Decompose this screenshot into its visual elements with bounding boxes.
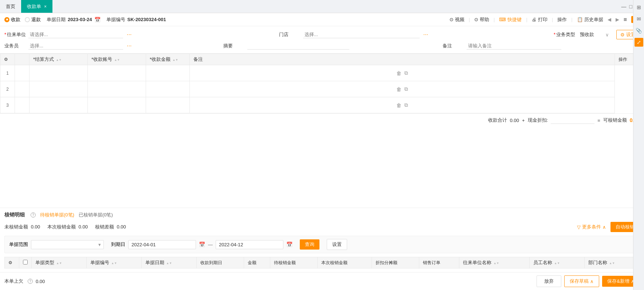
minimize-button[interactable]: — — [621, 4, 627, 9]
form-section: 往来单位 ··· 门店 ··· 业务类型 预收款 ∨ ⚙ 设置 业务员 — [0, 26, 644, 54]
select-all-checkbox[interactable] — [23, 260, 28, 264]
th-settings[interactable]: ⚙ — [0, 54, 15, 65]
staff-input[interactable] — [28, 42, 123, 50]
sort-amount[interactable]: ▲▼ — [172, 58, 178, 62]
store-field: 门店 ··· — [279, 31, 532, 38]
tab-home[interactable]: 首页 — [0, 0, 21, 13]
counterpart-more-btn[interactable]: ··· — [127, 31, 131, 38]
due-date-end-input[interactable] — [216, 240, 283, 249]
date-label: 单据日期 — [47, 16, 66, 23]
due-date-end-cal-icon[interactable]: 📅 — [286, 242, 292, 247]
pending-tab-link[interactable]: 待核销单据(0笔) — [40, 212, 74, 218]
store-input[interactable] — [303, 31, 420, 38]
nav-prev-icon[interactable]: ◀ — [608, 17, 611, 22]
main-content: 收款 退款 单据日期 2023-03-24 📅 单据编号 SK-20230324… — [0, 13, 644, 290]
radio-refund-label: 退款 — [31, 16, 41, 23]
sort-settlement[interactable]: ▲▼ — [56, 58, 62, 62]
date-range-dash: — — [208, 242, 213, 247]
layout-icon[interactable]: ≡ — [624, 16, 627, 23]
row-2-delete-btn[interactable]: 🗑 — [396, 86, 401, 92]
row-3-amount[interactable] — [88, 97, 146, 113]
range-select[interactable] — [31, 240, 104, 249]
top-toolbar: 收款 退款 单据日期 2023-03-24 📅 单据编号 SK-20230324… — [0, 13, 644, 26]
shortcut-btn[interactable]: ⌨ 快捷键 — [499, 16, 522, 23]
row-2-idx: 2 — [0, 81, 15, 97]
date-value[interactable]: 2023-03-24 — [68, 17, 92, 22]
row-3-settlement[interactable] — [15, 97, 30, 113]
discount-input[interactable] — [551, 117, 594, 124]
form-row-1: 往来单位 ··· 门店 ··· 业务类型 预收款 ∨ ⚙ 设置 — [4, 30, 640, 39]
radio-refund[interactable]: 退款 — [25, 16, 41, 23]
due-date-start-cal-icon[interactable]: 📅 — [199, 242, 205, 247]
order-info-icon[interactable]: ? — [28, 279, 33, 284]
discount-label: 现金折扣: — [528, 117, 548, 124]
staff-more-btn[interactable]: ··· — [127, 43, 131, 49]
discard-button[interactable]: 放弃 — [537, 275, 561, 287]
radio-refund-dot — [25, 17, 30, 22]
number-label: 单据编号 — [106, 16, 125, 23]
row-2-amount[interactable] — [88, 81, 146, 97]
sort-account[interactable]: ▲▼ — [114, 58, 120, 62]
history-btn[interactable]: 📋 历史单据 — [577, 16, 603, 23]
summary-label: 摘要 — [223, 43, 245, 49]
nav-next-icon[interactable]: ▶ — [616, 17, 619, 22]
tab-bar: 首页 收款单 × — □ ✕ — [0, 0, 644, 13]
business-type-arrow[interactable]: ∨ — [605, 32, 609, 38]
row-1-amount[interactable] — [88, 65, 146, 81]
row-2-copy-btn[interactable]: ⧉ — [404, 86, 408, 92]
row-3-account[interactable] — [30, 97, 88, 113]
save-draft-button[interactable]: 保存草稿 ∧ — [564, 275, 599, 287]
row-1-settlement[interactable] — [15, 65, 30, 81]
help-btn[interactable]: ⊙ 帮助 — [474, 16, 489, 23]
sidebar-expand-icon[interactable]: ⤢ — [635, 38, 643, 47]
row-2-settlement[interactable] — [15, 81, 30, 97]
sidebar-mail-icon[interactable]: ✉ — [635, 15, 643, 23]
row-2-remark[interactable] — [146, 81, 190, 97]
row-3-actions: 🗑 ⧉ — [190, 97, 615, 113]
plus-sign: + — [522, 118, 525, 123]
diff-summary: 核销差额 0.00 — [95, 224, 126, 230]
sidebar-attachment-icon[interactable]: 📎 — [635, 26, 643, 35]
operation-btn[interactable]: 操作 — [557, 16, 567, 23]
verification-info-icon[interactable]: ? — [31, 212, 36, 218]
range-label: 单据范围 — [9, 241, 28, 248]
row-1-account[interactable] — [30, 65, 88, 81]
radio-receive-dot — [4, 17, 9, 22]
row-2-account[interactable] — [30, 81, 88, 97]
tab-receipt-close[interactable]: × — [44, 4, 47, 9]
verification-title-row: 核销明细 ? 待核销单据(0笔) 已核销单据(0笔) — [4, 212, 640, 218]
store-label: 门店 — [279, 31, 301, 38]
tab-receipt[interactable]: 收款单 × — [21, 0, 52, 13]
more-conditions-btn[interactable]: ▽ 更多条件 ∧ — [577, 224, 606, 230]
filter-setting-button[interactable]: 设置 — [327, 239, 347, 250]
summary-input[interactable] — [247, 42, 349, 50]
note-input[interactable] — [467, 42, 561, 50]
done-tab-link[interactable]: 已核销单据(0笔) — [79, 212, 113, 218]
video-btn[interactable]: ⊙ 视频 — [449, 16, 464, 23]
query-button[interactable]: 查询 — [300, 239, 319, 250]
row-3-remark[interactable] — [146, 97, 190, 113]
unchecked-summary: 未核销金额 0.00 — [4, 224, 40, 230]
calendar-icon[interactable]: 📅 — [94, 17, 101, 23]
help-icon: ⊙ — [474, 17, 478, 22]
vth-number: 单据编号 ▲▼ — [86, 257, 141, 269]
sidebar-table-icon[interactable]: ⊞ — [635, 3, 643, 12]
vth-settings[interactable]: ⚙ — [5, 257, 19, 269]
row-3-copy-btn[interactable]: ⧉ — [404, 102, 408, 108]
counterpart-input[interactable] — [28, 31, 123, 38]
table-row: 3 🗑 ⧉ — [0, 97, 644, 113]
store-more-btn[interactable]: ··· — [423, 31, 428, 38]
vth-checkbox[interactable] — [19, 257, 32, 269]
vth-type: 单据类型 ▲▼ — [32, 257, 87, 269]
row-1-remark[interactable] — [146, 65, 190, 81]
row-1-copy-btn[interactable]: ⧉ — [404, 70, 408, 76]
table-row: 2 🗑 ⧉ — [0, 81, 644, 97]
due-date-start-input[interactable] — [128, 240, 196, 249]
row-1-delete-btn[interactable]: 🗑 — [396, 70, 401, 76]
radio-receive[interactable]: 收款 — [4, 16, 20, 23]
current-summary: 本次核销金额 0.00 — [47, 224, 88, 230]
right-sidebar: ⊞ ✉ 📎 ⤢ — [633, 0, 644, 290]
row-3-delete-btn[interactable]: 🗑 — [396, 102, 401, 108]
print-btn[interactable]: 🖨 打印 — [532, 16, 547, 23]
maximize-button[interactable]: □ — [629, 4, 632, 9]
